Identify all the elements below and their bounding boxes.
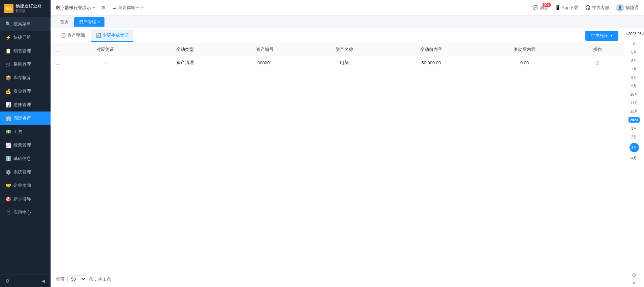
timeline-month-4[interactable]: 4月	[624, 154, 644, 162]
sidebar-logo: AtA 畅捷通好业财 普及版	[0, 0, 51, 17]
sidebar-item-inventory[interactable]: 📦 库存核算	[0, 71, 51, 85]
col-before-change: 变动前内容	[385, 43, 478, 56]
fixed-assets-icon: 🏢	[5, 116, 11, 121]
capital-icon: 💰	[5, 89, 11, 94]
row-checkbox-cell	[51, 56, 65, 69]
sidebar-item-basic-info[interactable]: ℹ️ 基础信息	[0, 152, 51, 165]
timeline-month-5[interactable]: 5月	[624, 48, 644, 57]
sidebar-item-label: 资金管理	[13, 88, 31, 94]
col-operation: 操作	[571, 43, 624, 56]
col-asset-code: 资产编号	[225, 43, 305, 56]
app-download-button[interactable]: 📱 App下载	[555, 5, 578, 11]
message-badge: 99+	[543, 3, 551, 7]
timeline-nav-up[interactable]: ▲	[624, 39, 644, 47]
col-checkbox	[51, 43, 65, 56]
sidebar-item-label: 系统管理	[13, 169, 31, 175]
guide-icon: 🎯	[5, 196, 11, 202]
sidebar-item-search[interactable]: 🔍 搜索菜单	[0, 17, 51, 31]
timeline-nav-down[interactable]: ▼	[624, 280, 644, 287]
timeline-month-10[interactable]: 10月	[624, 90, 644, 99]
row-asset-name: 电脑	[305, 56, 385, 69]
collapse-icon[interactable]: ◀	[41, 278, 45, 284]
quick-nav-icon: ⚡	[5, 35, 11, 40]
sales-icon: 📋	[5, 48, 11, 54]
select-all-checkbox[interactable]	[56, 47, 60, 52]
timeline-month-1[interactable]: 1月	[624, 124, 644, 133]
headset-icon: 🎧	[585, 5, 590, 10]
timeline-month-8[interactable]: 8月	[624, 73, 644, 82]
timeline-month-9[interactable]: 9月	[624, 82, 644, 90]
tab-asset-management[interactable]: 资产管理 ×	[74, 17, 104, 27]
sidebar-item-quick-nav[interactable]: ⚡ 快捷导航	[0, 31, 51, 44]
sidebar-item-purchase[interactable]: 🛒 采购管理	[0, 58, 51, 71]
row-checkbox[interactable]	[56, 60, 60, 65]
sidebar-item-app-center[interactable]: 📱 应用中心	[0, 206, 51, 219]
operations-icon: 📈	[5, 142, 11, 148]
timeline-month-11[interactable]: 11月	[624, 99, 644, 107]
customer-service-button[interactable]: 🎧 在线客服	[585, 5, 609, 11]
sidebar-item-payroll[interactable]: 💵 工资	[0, 125, 51, 138]
sub-tab-label: 变更生成凭证	[102, 32, 129, 38]
generate-voucher-button[interactable]: 生成凭证 ▼	[585, 31, 618, 41]
main-area: 医疗器械行业演示 ▼ ⚙ ☁ 我要体验一下 💬 消息 99+ 📱 App下载 🎧…	[51, 0, 644, 287]
tab-close-icon[interactable]: ×	[98, 20, 100, 24]
sidebar-item-label: 经营管理	[13, 142, 31, 148]
timeline-year-2023[interactable]: 2023	[624, 116, 644, 124]
sidebar-item-capital[interactable]: 💰 资金管理	[0, 85, 51, 98]
asset-detail-icon: 📋	[61, 33, 66, 38]
app-center-icon: 📱	[5, 210, 11, 215]
right-panel-close-icon[interactable]: ×	[625, 31, 628, 36]
timeline-month-3-current[interactable]: 3月	[630, 143, 639, 152]
sidebar-item-label: 总账管理	[13, 102, 31, 108]
row-voucher: --	[65, 56, 145, 69]
row-operation: 🗑	[571, 56, 624, 69]
tab-home[interactable]: 首页	[56, 17, 73, 27]
sidebar-item-sales[interactable]: 📋 销售管理	[0, 44, 51, 58]
sub-tabs: 📋 资产明细 🔄 变更生成凭证 生成凭证 ▼	[51, 28, 624, 43]
sidebar-item-fixed-assets[interactable]: 🏢 固定资产	[0, 111, 51, 125]
sub-tab-change-voucher[interactable]: 🔄 变更生成凭证	[91, 30, 133, 42]
sidebar-item-enterprise[interactable]: 🤝 企业协同	[0, 179, 51, 192]
search-icon: 🔍	[5, 21, 11, 27]
sidebar-item-label: 快捷导航	[13, 34, 31, 40]
sub-tab-label: 资产明细	[67, 32, 85, 38]
pagination: 每页 10 20 50 100 条，共 1 条	[51, 271, 624, 287]
basic-info-icon: ℹ️	[5, 156, 11, 161]
total-label: 条，共 1 条	[89, 276, 111, 282]
sub-tab-asset-detail[interactable]: 📋 资产明细	[56, 30, 90, 42]
per-page-label: 每页	[56, 276, 65, 282]
payroll-icon: 💵	[5, 129, 11, 134]
timeline-month-6[interactable]: 6月	[624, 57, 644, 65]
generate-label: 生成凭证	[591, 33, 608, 39]
scroll-down-circle[interactable]: ⊙	[632, 272, 636, 278]
company-selector[interactable]: 医疗器械行业演示 ▼	[56, 5, 96, 11]
right-panel-expand-icon[interactable]: ⤢	[642, 31, 644, 36]
sidebar-item-label: 固定资产	[13, 115, 31, 121]
header-settings-icon[interactable]: ⚙	[101, 5, 105, 11]
sidebar-item-label: 销售管理	[13, 48, 31, 54]
sidebar-item-system[interactable]: ⚙️ 系统管理	[0, 165, 51, 179]
sidebar-item-guide[interactable]: 🎯 新手引导	[0, 192, 51, 206]
timeline-month-2[interactable]: 2月	[624, 133, 644, 141]
settings-footer-icon[interactable]: ⚙	[5, 278, 10, 284]
asset-table: 对应凭证 变动类型 资产编号 资产名称 变动前内容 变动后内容 操作	[51, 43, 624, 69]
table-header-row: 对应凭证 变动类型 资产编号 资产名称 变动前内容 变动后内容 操作	[51, 43, 624, 56]
logo-text: 畅捷通好业财	[16, 3, 42, 9]
sidebar-item-ledger[interactable]: 📊 总账管理	[0, 98, 51, 111]
row-before-change: 50,000.00	[385, 56, 478, 69]
avatar: 👤	[616, 4, 624, 12]
delete-row-icon[interactable]: 🗑	[595, 60, 600, 65]
timeline: 5月 6月 7月 8月 9月 10月 11月 12月 2023 1月 2月 3月…	[624, 47, 644, 270]
experience-button[interactable]: ☁ 我要体验一下	[112, 5, 144, 11]
col-asset-name: 资产名称	[305, 43, 385, 56]
user-profile[interactable]: 👤 畅捷通	[616, 4, 639, 12]
message-button[interactable]: 💬 消息 99+	[533, 5, 548, 11]
cloud-icon: ☁	[112, 5, 117, 10]
logo-version: 普及版	[16, 9, 42, 13]
timeline-month-12[interactable]: 12月	[624, 107, 644, 116]
top-header: 医疗器械行业演示 ▼ ⚙ ☁ 我要体验一下 💬 消息 99+ 📱 App下载 🎧…	[51, 0, 644, 15]
purchase-icon: 🛒	[5, 62, 11, 67]
sidebar-item-operations[interactable]: 📈 经营管理	[0, 138, 51, 152]
per-page-select[interactable]: 10 20 50 100	[67, 275, 86, 283]
timeline-month-7[interactable]: 7月	[624, 65, 644, 73]
